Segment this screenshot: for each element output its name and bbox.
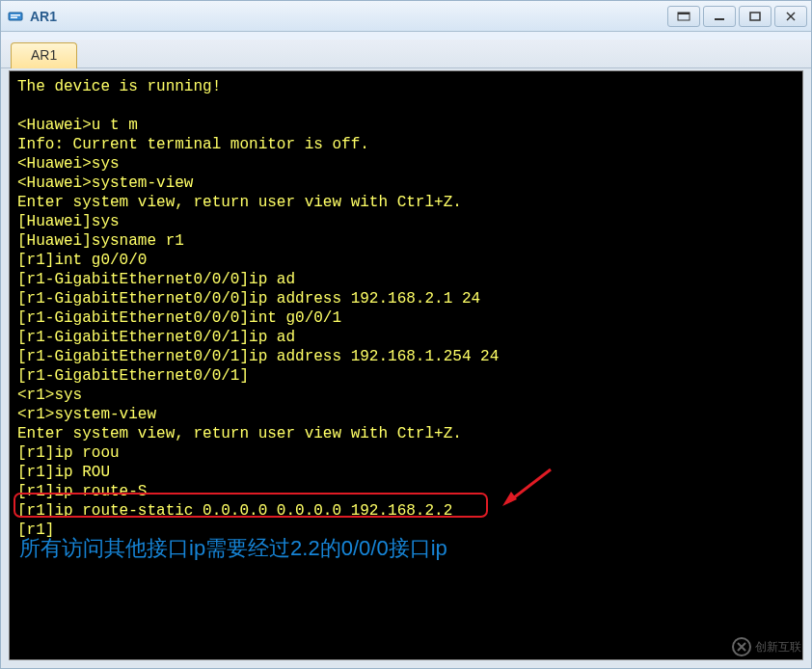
restore-icon-button[interactable] <box>667 6 700 27</box>
maximize-button[interactable] <box>739 6 771 27</box>
terminal-container: The device is running! <Huawei>u t mInfo… <box>9 70 803 660</box>
terminal-line: [r1-GigabitEthernet0/0/0]int g0/0/1 <box>17 308 795 328</box>
terminal-line: Info: Current terminal monitor is off. <box>17 135 795 154</box>
watermark-logo: 创新互联 <box>732 637 801 656</box>
terminal-line: [r1-GigabitEthernet0/0/1]ip ad <box>17 328 795 347</box>
svg-rect-4 <box>678 13 690 14</box>
titlebar: AR1 <box>1 1 811 32</box>
terminal-line: [r1]ip route-S <box>17 482 795 501</box>
terminal-line: Enter system view, return user view with… <box>17 424 795 443</box>
terminal-line: <r1>system-view <box>17 405 795 424</box>
minimize-button[interactable] <box>703 6 736 27</box>
logo-label: 创新互联 <box>755 639 801 656</box>
terminal-line: [Huawei]sys <box>17 212 795 231</box>
terminal-line: Enter system view, return user view with… <box>17 193 795 212</box>
terminal-line: [r1-GigabitEthernet0/0/1]ip address 192.… <box>17 347 795 366</box>
terminal-output[interactable]: The device is running! <Huawei>u t mInfo… <box>10 71 802 546</box>
terminal-line <box>17 96 795 116</box>
terminal-line: [r1]int g0/0/0 <box>17 251 795 270</box>
annotation-text: 所有访问其他接口ip需要经过2.2的0/0/0接口ip <box>19 534 447 563</box>
terminal-line: The device is running! <box>17 77 795 96</box>
tab-ar1[interactable]: AR1 <box>11 42 77 68</box>
window-controls <box>667 6 811 27</box>
logo-icon <box>732 637 751 656</box>
terminal-line: <Huawei>system-view <box>17 174 795 193</box>
svg-rect-2 <box>11 16 17 18</box>
tab-bar: AR1 <box>1 40 811 68</box>
window-title: AR1 <box>30 9 667 24</box>
terminal-line: [Huawei]sysname r1 <box>17 231 795 251</box>
terminal-line: <r1>sys <box>17 386 795 405</box>
terminal-line: [r1-GigabitEthernet0/0/0]ip ad <box>17 270 795 289</box>
app-icon <box>7 8 24 25</box>
svg-rect-0 <box>9 13 22 20</box>
terminal-line: [r1-GigabitEthernet0/0/0]ip address 192.… <box>17 289 795 308</box>
terminal-line: [r1-GigabitEthernet0/0/1] <box>17 366 795 386</box>
svg-rect-1 <box>11 14 20 16</box>
terminal-line: <Huawei>sys <box>17 154 795 174</box>
terminal-line: [r1]ip roou <box>17 443 795 463</box>
toolbar-spacer <box>1 32 811 40</box>
svg-rect-6 <box>750 13 760 20</box>
terminal-line: [r1]ip route-static 0.0.0.0 0.0.0.0 192.… <box>17 501 795 521</box>
terminal-line: <Huawei>u t m <box>17 116 795 135</box>
close-button[interactable] <box>774 6 807 27</box>
terminal-line: [r1]ip ROU <box>17 463 795 482</box>
